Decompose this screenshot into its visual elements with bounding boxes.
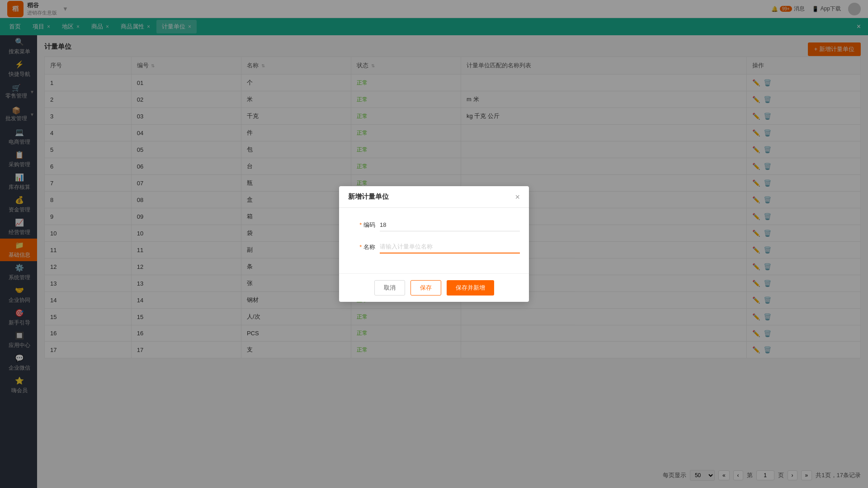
modal-title: 新增计量单位 xyxy=(348,192,389,201)
code-label: 编码 xyxy=(348,221,375,229)
modal-body: 编码 名称 xyxy=(339,208,529,273)
modal-overlay: 新增计量单位 × 编码 名称 取消 保存 保存并新增 xyxy=(0,0,868,488)
code-input[interactable] xyxy=(380,219,520,231)
name-label: 名称 xyxy=(348,243,375,251)
modal-close-button[interactable]: × xyxy=(515,193,520,201)
modal-header: 新增计量单位 × xyxy=(339,186,529,208)
code-form-item: 编码 xyxy=(348,219,520,231)
unit-name-input[interactable] xyxy=(380,240,520,253)
modal-footer: 取消 保存 保存并新增 xyxy=(339,273,529,302)
save-button[interactable]: 保存 xyxy=(410,280,441,296)
save-and-new-button[interactable]: 保存并新增 xyxy=(447,280,494,296)
name-form-item: 名称 xyxy=(348,240,520,253)
add-unit-modal: 新增计量单位 × 编码 名称 取消 保存 保存并新增 xyxy=(339,186,529,302)
cancel-button[interactable]: 取消 xyxy=(374,280,405,296)
